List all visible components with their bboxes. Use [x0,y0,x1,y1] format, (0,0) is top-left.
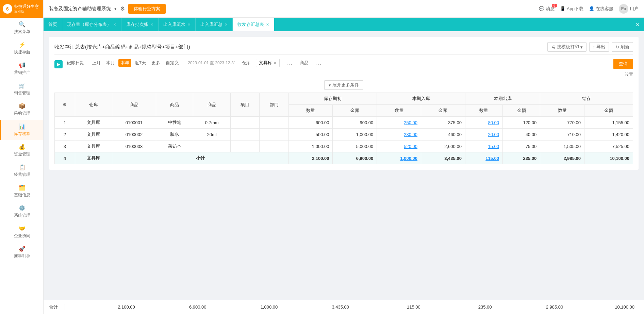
online-service-btn[interactable]: 👤 在线客服 [589,6,613,12]
sidebar: 6 畅捷通好生意 标准版 🔍搜索菜单⚡快捷导航📢营销推广🛒销售管理📦采购管理📊库… [0,0,44,314]
basic-info-icon: 🗂️ [19,184,26,191]
cell-dept [260,141,288,152]
page-header: 收发存汇总表(按仓库+商品编码+商品+规格型号+项目+部门) 🖨 按模板打印 ▾… [54,42,633,52]
page-title: 收发存汇总表(按仓库+商品编码+商品+规格型号+项目+部门) [54,44,190,50]
filter-toggle-btn[interactable]: ▶ [54,60,63,68]
tab-close-btn[interactable]: ✕ [266,22,269,27]
trial-btn[interactable]: 体验行业方案 [128,4,166,14]
tab-inout-flow[interactable]: 出入库流水✕ [159,18,196,31]
cell-out-qty[interactable]: 80.00 [465,117,502,129]
system-name: 装备及固定资产辅助管理系统 [49,6,111,12]
expand-filter-btn[interactable]: ▾ 展开更多条件 [324,80,363,90]
sidebar-item-purchase[interactable]: 📦采购管理 [0,99,43,120]
messages-btn[interactable]: 💬 消息 6 [539,6,555,12]
sidebar-item-label: 销售管理 [14,90,30,96]
cell-out-qty[interactable]: 20.00 [465,129,502,141]
tab-home[interactable]: 首页 [44,18,62,31]
brand-edition: 标准版 [14,9,39,14]
tab-inout-summary[interactable]: 出入库汇总✕ [196,18,233,31]
date-btn-1[interactable]: 本月 [104,59,117,67]
query-btn[interactable]: 查询 [613,59,633,69]
tab-batch[interactable]: 库存批次账✕ [121,18,159,31]
tab-close-btn[interactable]: ✕ [187,22,191,27]
search-icon: 🔍 [19,21,26,28]
cell-project [231,129,260,141]
phone-icon: 📱 [560,6,565,11]
total-values: 2,100.00 6,900.00 1,000.00 3,435.00 115.… [68,304,639,310]
tab-recv-summary[interactable]: 收发存汇总表✕ [233,18,274,31]
cell-in-qty[interactable]: 250.00 [377,117,421,129]
message-icon: 💬 [539,6,544,11]
date-btn-4[interactable]: 更多 [149,59,162,67]
warehouse-label: 仓库 [242,60,250,66]
date-btn-5[interactable]: 自定义 [164,59,181,67]
total-out-amt: 235.00 [425,304,496,310]
cell-in-qty[interactable]: 230.00 [377,129,421,141]
system-dropdown[interactable]: ▾ [114,6,117,11]
warehouse-tag-remove-btn[interactable]: ✕ [274,61,277,65]
cell-out-qty[interactable]: 15.00 [465,141,502,152]
sidebar-item-sales[interactable]: 🛒销售管理 [0,79,43,99]
sidebar-item-search[interactable]: 🔍搜索菜单 [0,18,43,38]
tab-close-btn[interactable]: ✕ [225,22,228,27]
sidebar-item-operations[interactable]: 📋经营管理 [0,161,43,181]
print-btn[interactable]: 🖨 按模板打印 ▾ [547,42,587,52]
sidebar-item-marketing[interactable]: 📢营销推广 [0,59,43,79]
sidebar-item-quick-nav[interactable]: ⚡快捷导航 [0,38,43,59]
online-service-label: 在线客服 [596,6,613,12]
sidebar-item-label: 搜索菜单 [14,29,30,35]
date-btn-0[interactable]: 上月 [90,59,103,67]
inventory-icon: 📊 [19,123,26,130]
close-all-tabs-btn[interactable]: ✕ [631,21,644,28]
cell-in-qty[interactable]: 520.00 [377,141,421,152]
goods-more-btn[interactable]: ... [314,60,323,66]
cell-spec: 0.7mm [193,117,231,129]
export-btn[interactable]: ↑ 导出 [589,42,609,52]
cell-in-amt: 460.00 [421,129,465,141]
bottom-total-bar: 合计 2,100.00 6,900.00 1,000.00 3,435.00 1… [44,300,644,314]
tab-close-btn[interactable]: ✕ [113,22,116,27]
sidebar-logo: 6 畅捷通好生意 标准版 [0,0,43,18]
tab-label: 现存量（库存分布表） [67,21,111,28]
th-opening-amt: 金额 [333,105,377,117]
sidebar-item-label: 营销推广 [14,70,30,76]
sidebar-item-label: 采购管理 [14,111,30,116]
settings-gear-icon[interactable]: ⚙ [120,5,125,12]
date-btn-2[interactable]: 本年 [118,59,131,67]
topbar-left: 装备及固定资产辅助管理系统 ▾ ⚙ 体验行业方案 [49,4,166,14]
sidebar-item-system[interactable]: ⚙️系统管理 [0,201,43,222]
date-btn-3[interactable]: 近7天 [133,59,148,67]
operations-icon: 📋 [19,164,26,170]
tab-stock-dist[interactable]: 现存量（库存分布表）✕ [62,18,121,31]
subtotal-in-qty[interactable]: 1,000.00 [377,152,421,164]
tab-close-btn[interactable]: ✕ [150,22,153,27]
sidebar-item-finance[interactable]: 💰资金管理 [0,140,43,161]
total-opening-amt: 6,900.00 [139,304,211,310]
sidebar-item-inventory[interactable]: 📊库存核算 [0,120,43,140]
settings-link[interactable]: 设置 [625,72,633,78]
user-btn[interactable]: Ea 用户 [619,4,639,14]
table-settings-icon[interactable]: ⚙ [63,102,67,107]
sidebar-item-basic-info[interactable]: 🗂️基础信息 [0,181,43,201]
table-row: 1 文具库 0100001 中性笔 0.7mm 600.00 900.00 25… [55,117,633,129]
warehouse-more-btn[interactable]: ... [285,60,294,66]
table-row: 3 文具库 0100003 采访本 1,000.00 5,000.00 520.… [55,141,633,152]
cell-out-amt: 120.00 [503,117,540,129]
main-area: 装备及固定资产辅助管理系统 ▾ ⚙ 体验行业方案 💬 消息 6 📱 App下载 … [44,0,644,314]
total-out-qty: 115.00 [353,304,425,310]
cell-code: 0100001 [112,117,156,129]
cell-opening-qty: 600.00 [288,117,333,129]
sidebar-item-newbie[interactable]: 🚀新手引导 [0,242,43,263]
finance-icon: 💰 [19,144,26,150]
cell-name: 采访本 [156,141,193,152]
th-group-opening: 库存期初 [288,93,377,105]
subtotal-out-qty[interactable]: 115.00 [465,152,502,164]
refresh-btn[interactable]: ↻ 刷新 [612,42,633,52]
cell-warehouse: 文具库 [75,129,112,141]
sidebar-item-enterprise[interactable]: 🤝企业协同 [0,222,43,242]
subtotal-closing-amt: 10,100.00 [584,152,633,164]
subtotal-out-amt: 235.00 [503,152,540,164]
th-opening-qty: 数量 [288,105,333,117]
cell-in-amt: 375.00 [421,117,465,129]
app-download-btn[interactable]: 📱 App下载 [560,6,583,12]
